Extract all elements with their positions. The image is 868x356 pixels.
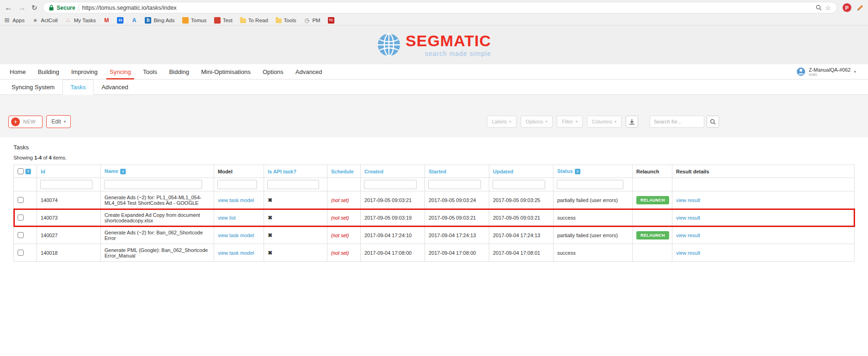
filter-cell-id xyxy=(37,178,101,191)
browser-toolbar: ← → ↻ Secure https://tomus.segmatic.io/t… xyxy=(0,0,868,15)
cell-model: view task model xyxy=(214,244,264,262)
labels-dropdown-button[interactable]: Labels ▾ xyxy=(487,116,517,128)
new-button[interactable]: + NEW xyxy=(8,116,43,128)
view-model-link[interactable]: view list xyxy=(218,215,236,221)
filter-cell-schedule xyxy=(327,178,361,191)
tools-icon xyxy=(276,18,282,23)
nav-item-bidding[interactable]: Bidding xyxy=(163,64,195,79)
nav-item-advanced[interactable]: Advanced xyxy=(289,64,328,79)
select-all-checkbox[interactable] xyxy=(18,168,24,174)
chevron-down-icon: ▾ xyxy=(546,120,548,124)
filter-input-started[interactable] xyxy=(428,180,481,189)
relaunch-button[interactable]: RELAUNCH xyxy=(636,196,669,204)
zoom-icon[interactable] xyxy=(816,5,822,11)
row-checkbox[interactable] xyxy=(18,250,24,256)
view-model-link[interactable]: view task model xyxy=(218,250,254,256)
options-dropdown-button[interactable]: Options ▾ xyxy=(521,116,553,128)
extension-p-icon[interactable]: P xyxy=(843,3,851,12)
subnav-item-tasks[interactable]: Tasks xyxy=(62,80,93,95)
edit-dropdown-button[interactable]: Edit ▾ xyxy=(46,115,71,128)
nav-item-improving[interactable]: Improving xyxy=(65,64,104,79)
bookmark-tomus[interactable]: Tomus xyxy=(182,17,207,24)
bookmark-gmail[interactable]: M xyxy=(103,17,110,24)
view-result-link[interactable]: view result xyxy=(676,233,700,238)
nav-item-options[interactable]: Options xyxy=(257,64,289,79)
calendar-icon: 31 xyxy=(117,17,123,24)
filter-input-id[interactable] xyxy=(40,180,92,189)
row-select-cell xyxy=(14,227,37,244)
view-result-link[interactable]: view result xyxy=(676,215,700,221)
select-help-icon: ? xyxy=(25,169,31,174)
column-header-relaunch: Relaunch xyxy=(633,165,672,178)
column-header-id[interactable]: Id xyxy=(37,165,101,178)
nav-item-tools[interactable]: Tools xyxy=(137,64,163,79)
filter-input-created[interactable] xyxy=(364,180,417,189)
subnav-item-advanced[interactable]: Advanced xyxy=(93,80,136,94)
bookmark-bing-ads[interactable]: bBing Ads xyxy=(145,17,174,24)
column-header-schedule[interactable]: Schedule xyxy=(327,165,361,178)
bookmark-calendar[interactable]: 31 xyxy=(117,17,123,24)
filter-input-model[interactable] xyxy=(217,180,257,189)
bookmark-to-read[interactable]: To Read xyxy=(240,17,268,23)
filter-input-name[interactable] xyxy=(104,180,202,189)
back-button[interactable]: ← xyxy=(5,4,12,12)
column-label-started: Started xyxy=(429,169,446,174)
view-model-link[interactable]: view task model xyxy=(218,233,254,238)
nav-item-home[interactable]: Home xyxy=(4,64,32,79)
user-menu[interactable]: Z-ManualQA-#062 #280 ▾ xyxy=(796,64,868,79)
column-header-name[interactable]: Name? xyxy=(101,165,214,178)
view-result-link[interactable]: view result xyxy=(676,250,700,256)
bookmark-star-icon[interactable]: ☆ xyxy=(825,4,831,12)
column-header-started[interactable]: Started xyxy=(425,165,489,178)
nav-item-syncing[interactable]: Syncing xyxy=(104,64,137,79)
chevron-down-icon: ▾ xyxy=(509,120,511,124)
bookmark-tools[interactable]: Tools xyxy=(276,17,296,23)
cell-is-api-task: ✖ xyxy=(264,244,327,262)
column-header-api[interactable]: Is API task? xyxy=(264,165,327,178)
nav-item-mini-optimisations[interactable]: Mini-Optimisations xyxy=(195,64,257,79)
address-bar[interactable]: Secure https://tomus.segmatic.io/tasks/i… xyxy=(43,2,837,13)
relaunch-button[interactable]: RELAUNCH xyxy=(636,231,669,239)
search-button[interactable] xyxy=(707,116,719,128)
column-header-created[interactable]: Created xyxy=(361,165,425,178)
column-header-status[interactable]: Status? xyxy=(554,165,633,178)
table-header-row: ?IdName?ModelIs API task?ScheduleCreated… xyxy=(14,165,855,178)
extension-pencil-icon[interactable] xyxy=(857,5,863,11)
forward-button[interactable]: → xyxy=(18,4,26,12)
filter-input-updated[interactable] xyxy=(492,180,545,189)
nav-item-building[interactable]: Building xyxy=(32,64,65,79)
view-result-link[interactable]: view result xyxy=(676,197,700,203)
refresh-button[interactable]: ↻ xyxy=(31,4,37,11)
subnav-item-syncing-system[interactable]: Syncing System xyxy=(4,80,62,94)
view-model-link[interactable]: view task model xyxy=(218,197,254,203)
row-checkbox[interactable] xyxy=(18,232,24,238)
cell-started: 2017-09-04 17:24:13 xyxy=(425,227,489,244)
row-checkbox[interactable] xyxy=(18,215,24,221)
row-checkbox[interactable] xyxy=(18,197,24,203)
task-row-140073: 140073Create Expanded Ad Copy from docum… xyxy=(14,209,855,227)
row-select-cell xyxy=(14,209,37,227)
filter-dropdown-button[interactable]: Filter ▾ xyxy=(557,116,583,128)
filter-input-status[interactable] xyxy=(557,180,623,189)
columns-dropdown-button[interactable]: Columns ▾ xyxy=(587,116,622,128)
filter-input-api[interactable] xyxy=(267,180,319,189)
cell-updated: 2017-09-05 09:03:25 xyxy=(489,191,554,209)
search-input[interactable] xyxy=(650,116,704,128)
column-header-model: Model xyxy=(214,165,264,178)
row-select-cell xyxy=(14,191,37,209)
bookmark-actcoll[interactable]: ★ActColl xyxy=(32,17,57,24)
cell-id: 140027 xyxy=(37,227,101,244)
bookmark-tc[interactable]: TC xyxy=(328,17,334,24)
bookmark-apps[interactable]: ⊞Apps xyxy=(4,17,25,24)
export-download-button[interactable] xyxy=(626,116,638,128)
cell-created: 2017-09-04 17:08:00 xyxy=(361,244,425,262)
cell-name: Generate Ads (~2) for: Ban_062_Shortcode… xyxy=(101,227,214,244)
segmatic-logo: SEGMATIC search made simple xyxy=(377,33,491,57)
filter-cell-api xyxy=(264,178,327,191)
bookmark-pm[interactable]: ◷PM xyxy=(303,17,320,24)
column-label-id: Id xyxy=(41,169,45,174)
bookmark-my-tasks[interactable]: ∴My Tasks xyxy=(65,17,96,24)
bookmark-test[interactable]: Test xyxy=(214,17,233,24)
bookmark-azure[interactable]: A xyxy=(131,17,137,24)
column-header-updated[interactable]: Updated xyxy=(489,165,554,178)
